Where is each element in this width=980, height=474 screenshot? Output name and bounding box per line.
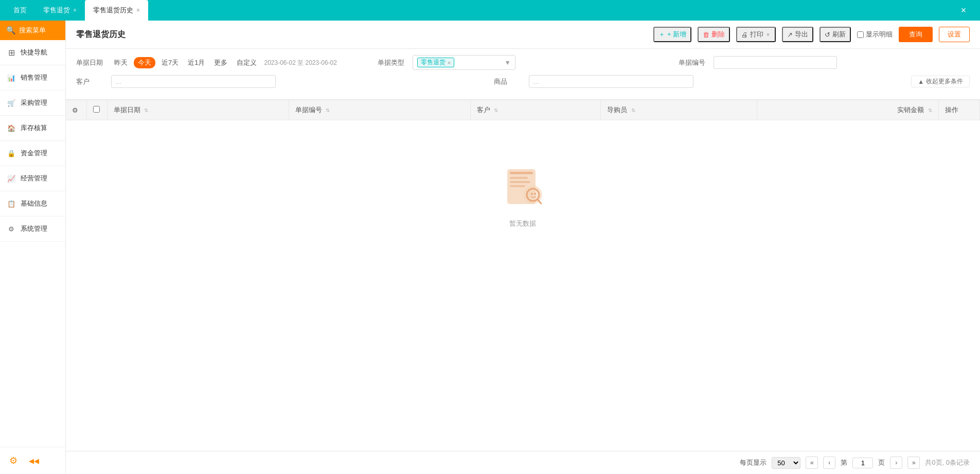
sidebar-item-basic-info[interactable]: 📋 基础信息 bbox=[0, 191, 65, 216]
settings-icon[interactable]: ⚙ bbox=[72, 106, 78, 114]
export-label: 导出 bbox=[795, 30, 808, 39]
collapse-button[interactable]: ▲ 收起更多条件 bbox=[911, 76, 970, 87]
doc-number-filter: 单据编号 bbox=[679, 56, 970, 69]
customer-placeholder: ... bbox=[116, 78, 121, 85]
sort-docno-icon[interactable]: ⇅ bbox=[326, 107, 330, 113]
page-suffix-label: 页 bbox=[878, 458, 885, 467]
date-option-more[interactable]: 更多 bbox=[211, 57, 230, 68]
page-number-input[interactable] bbox=[852, 458, 873, 468]
date-option-last7days[interactable]: 近7天 bbox=[158, 57, 182, 68]
display-detail-check[interactable]: 显示明细 bbox=[857, 30, 893, 39]
tab-home[interactable]: 首页 bbox=[5, 0, 35, 21]
empty-state: 暂无数据 bbox=[66, 120, 980, 269]
col-checkbox[interactable] bbox=[86, 100, 107, 120]
system-icon: ⚙ bbox=[6, 224, 16, 234]
sidebar: 🔍 搜索菜单 ⊞ 快捷导航 📊 销售管理 🛒 采购管理 🏠 库存核算 🔒 资金管… bbox=[0, 21, 66, 474]
sidebar-item-label: 采购管理 bbox=[21, 98, 47, 107]
content-area: 零售退货历史 ＋ + 新增 🗑 删除 🖨 打印 ▼ ↗ 导出 bbox=[66, 21, 980, 474]
doc-type-select[interactable]: 零售退货 × ▼ bbox=[413, 55, 515, 70]
sidebar-item-purchase[interactable]: 🛒 采购管理 bbox=[0, 90, 65, 116]
doc-number-input[interactable] bbox=[714, 56, 837, 69]
date-option-custom[interactable]: 自定义 bbox=[234, 57, 260, 68]
first-page-button[interactable]: « bbox=[806, 457, 818, 469]
col-guide: 导购员 ⇅ bbox=[601, 100, 757, 120]
delete-icon: 🗑 bbox=[703, 31, 709, 39]
sales-icon: 📊 bbox=[6, 72, 16, 83]
delete-button[interactable]: 🗑 删除 bbox=[698, 27, 730, 42]
prev-page-button[interactable]: ‹ bbox=[823, 457, 835, 469]
collapse-label: 收起更多条件 bbox=[926, 77, 963, 86]
top-nav-right: × bbox=[955, 2, 980, 19]
sort-amount-icon[interactable]: ⇅ bbox=[928, 107, 932, 113]
tab-retail-return-close[interactable]: × bbox=[73, 7, 77, 14]
tab-retail-return-label: 零售退货 bbox=[43, 6, 70, 15]
date-option-today[interactable]: 今天 bbox=[134, 57, 155, 68]
tab-retail-return-history-label: 零售退货历史 bbox=[93, 6, 133, 15]
svg-rect-2 bbox=[510, 177, 528, 179]
header-actions: ＋ + 新增 🗑 删除 🖨 打印 ▼ ↗ 导出 ↺ bbox=[653, 27, 970, 42]
tab-retail-return[interactable]: 零售退货 × bbox=[35, 0, 85, 21]
col-settings[interactable]: ⚙ bbox=[66, 100, 86, 120]
page-prefix-label: 第 bbox=[841, 458, 847, 467]
add-button[interactable]: ＋ + 新增 bbox=[653, 27, 691, 42]
gear-button[interactable]: ⚙ bbox=[5, 452, 22, 469]
tab-retail-return-history-close[interactable]: × bbox=[136, 7, 140, 14]
filter-row-1: 单据日期 昨天 今天 近7天 近1月 更多 自定义 2023-06-02 至 2… bbox=[76, 55, 970, 70]
sidebar-search[interactable]: 🔍 搜索菜单 bbox=[0, 21, 65, 40]
export-button[interactable]: ↗ 导出 bbox=[782, 27, 813, 42]
sidebar-item-finance[interactable]: 🔒 资金管理 bbox=[0, 141, 65, 166]
tab-home-label: 首页 bbox=[13, 6, 27, 15]
sidebar-item-operations[interactable]: 📈 经营管理 bbox=[0, 166, 65, 191]
table-container: ⚙ 单据日期 ⇅ 单据编号 ⇅ bbox=[66, 100, 980, 451]
sidebar-item-system[interactable]: ⚙ 系统管理 bbox=[0, 216, 65, 242]
product-select[interactable]: ... bbox=[529, 75, 693, 88]
col-docno-label: 单据编号 bbox=[295, 106, 322, 114]
select-all-checkbox[interactable] bbox=[93, 106, 100, 113]
window-close-button[interactable]: × bbox=[955, 2, 972, 19]
query-button[interactable]: 查询 bbox=[899, 27, 933, 42]
customer-select[interactable]: ... bbox=[111, 75, 276, 88]
sort-customer-icon[interactable]: ⇅ bbox=[494, 107, 498, 113]
sidebar-item-label: 资金管理 bbox=[21, 149, 47, 158]
tab-retail-return-history[interactable]: 零售退货历史 × bbox=[85, 0, 148, 21]
date-option-last1month[interactable]: 近1月 bbox=[185, 57, 208, 68]
col-date-label: 单据日期 bbox=[114, 106, 140, 114]
sort-date-icon[interactable]: ⇅ bbox=[144, 107, 148, 113]
collapse-button[interactable]: ◀◀ bbox=[26, 452, 42, 469]
refresh-icon: ↺ bbox=[825, 31, 830, 39]
page-title: 零售退货历史 bbox=[76, 29, 126, 40]
sort-guide-icon[interactable]: ⇅ bbox=[631, 107, 635, 113]
per-page-select[interactable]: 50 10 20 100 bbox=[772, 457, 800, 469]
col-customer-label: 客户 bbox=[477, 106, 490, 114]
refresh-button[interactable]: ↺ 刷新 bbox=[819, 27, 851, 42]
display-detail-checkbox[interactable] bbox=[857, 31, 864, 38]
inventory-icon: 🏠 bbox=[6, 123, 16, 133]
sidebar-item-label: 快捷导航 bbox=[21, 48, 47, 57]
date-options: 昨天 今天 近7天 近1月 更多 自定义 bbox=[111, 57, 260, 68]
doc-type-label: 单据类型 bbox=[378, 58, 408, 67]
svg-rect-4 bbox=[510, 185, 525, 187]
export-icon: ↗ bbox=[787, 31, 793, 39]
purchase-icon: 🛒 bbox=[6, 98, 16, 108]
print-button[interactable]: 🖨 打印 ▼ bbox=[736, 27, 776, 42]
page-header: 零售退货历史 ＋ + 新增 🗑 删除 🖨 打印 ▼ ↗ 导出 bbox=[66, 21, 980, 49]
next-page-button[interactable]: › bbox=[890, 457, 902, 469]
total-info: 共0页, 0条记录 bbox=[925, 458, 970, 467]
date-option-yesterday[interactable]: 昨天 bbox=[111, 57, 131, 68]
add-icon: ＋ bbox=[658, 30, 665, 39]
quick-nav-icon: ⊞ bbox=[6, 47, 16, 58]
settings-button[interactable]: 设置 bbox=[939, 27, 970, 42]
sidebar-item-inventory[interactable]: 🏠 库存核算 bbox=[0, 116, 65, 141]
svg-rect-1 bbox=[510, 172, 533, 174]
col-guide-label: 导购员 bbox=[607, 106, 627, 114]
svg-rect-3 bbox=[510, 181, 530, 183]
sidebar-item-sales[interactable]: 📊 销售管理 bbox=[0, 65, 65, 90]
doc-type-tag-remove[interactable]: × bbox=[448, 60, 451, 66]
sidebar-item-quick-nav[interactable]: ⊞ 快捷导航 bbox=[0, 40, 65, 65]
sidebar-search-label: 搜索菜单 bbox=[19, 26, 46, 35]
col-actions-label: 操作 bbox=[945, 106, 958, 114]
last-page-button[interactable]: » bbox=[907, 457, 920, 469]
delete-label: 删除 bbox=[711, 30, 725, 39]
refresh-label: 刷新 bbox=[832, 30, 846, 39]
col-customer: 客户 ⇅ bbox=[470, 100, 601, 120]
